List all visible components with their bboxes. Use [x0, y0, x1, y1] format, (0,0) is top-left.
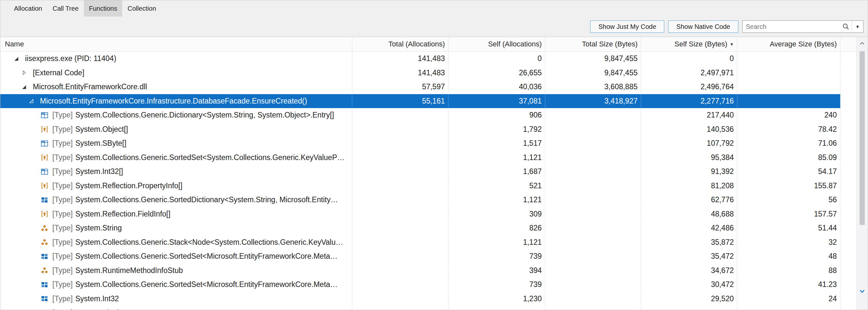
row-filler [840, 66, 856, 80]
total-size-cell: 3,418,927 [545, 94, 641, 108]
table-header: Name Total (Allocations) Self (Allocatio… [0, 37, 856, 51]
total-allocations-cell: 55,161 [352, 94, 448, 108]
self-size-cell: 0 [641, 51, 737, 66]
self-allocations-cell: 1,121 [448, 235, 545, 250]
memory-profiler-functions-view: Allocation Call Tree Functions Collectio… [0, 0, 868, 310]
average-size-cell: 71.06 [737, 136, 840, 150]
table-row[interactable]: [Type] System.Collections.Generic.Sorted… [0, 249, 856, 264]
total-size-cell [545, 165, 641, 179]
row-name: System.String [75, 221, 122, 235]
row-filler [840, 278, 856, 292]
table-row[interactable]: Microsoft.EntityFrameworkCore.Infrastruc… [0, 94, 856, 108]
self-allocations-cell: 1,687 [448, 165, 545, 179]
self-allocations-cell: 1,792 [448, 123, 545, 137]
table-row[interactable]: [Type] System.SByte[] 1,517 107,792 71.0… [0, 136, 856, 150]
column-label: Total (Allocations) [388, 40, 445, 48]
table-row[interactable]: [External Code] 141,483 26,655 9,847,455… [0, 66, 856, 80]
table-row[interactable]: [Type] System.Collections.Generic.Sorted… [0, 278, 856, 292]
name-cell: [Type] System.Collections.Generic.Dictio… [0, 108, 352, 123]
tab-allocation[interactable]: Allocation [9, 0, 48, 16]
expanded-outline-expander-icon[interactable] [26, 96, 36, 106]
average-size-cell: 155.87 [737, 179, 840, 193]
name-cell: iisexpress.exe (PID: 11404) [0, 51, 352, 66]
vertical-scrollbar[interactable] [856, 37, 868, 310]
row-name: System.SByte[] [75, 136, 126, 150]
table-row[interactable]: [Type] System.String 826 42,486 51.44 [0, 221, 856, 235]
table-row[interactable]: [Type] System.Collections.Generic.Sorted… [0, 150, 856, 165]
tab-collection[interactable]: Collection [122, 0, 161, 16]
name-cell: [Type] System.Collections.Generic.Stack<… [0, 235, 352, 250]
table-row[interactable]: Microsoft.EntityFrameworkCore.dll 57,597… [0, 80, 856, 94]
name-cell: [Type] System.Collections.Generic.Sorted… [0, 278, 352, 292]
name-cell: [Type] System.Collections.Generic.Sorted… [0, 193, 352, 207]
row-filler [840, 306, 856, 310]
self-size-cell: 29,520 [641, 292, 737, 306]
scroll-down-button[interactable] [857, 285, 868, 297]
self-size-cell: 140,536 [641, 123, 737, 137]
name-cell: [Type] System.Collections.Generic.Sorted… [0, 249, 352, 264]
table-row[interactable]: [Type] System.Object[] 1,792 140,536 78.… [0, 123, 856, 137]
collapsed-expander-icon[interactable] [19, 68, 29, 77]
column-label: Self (Allocations) [488, 40, 542, 48]
tab-functions[interactable]: Functions [84, 0, 123, 16]
table-row[interactable]: [Type] System.Collections.Generic.Sorted… [0, 193, 856, 207]
total-allocations-cell [352, 235, 448, 250]
table-row[interactable]: [Type] System.Single [0, 306, 856, 310]
search-icon[interactable] [840, 23, 852, 30]
self-allocations-cell: 309 [448, 207, 545, 221]
average-size-cell [737, 66, 840, 80]
column-header-total-size[interactable]: Total Size (Bytes) [545, 37, 641, 51]
table-row[interactable]: [Type] System.Collections.Generic.Dictio… [0, 108, 856, 123]
search-options-button[interactable]: ▼ [852, 21, 863, 32]
column-header-self-size[interactable]: Self Size (Bytes) ▼ [641, 37, 737, 51]
table-row[interactable]: [Type] System.Int32[] 1,687 91,392 54.17 [0, 165, 856, 179]
column-label: Total Size (Bytes) [582, 40, 638, 48]
column-header-total-allocations[interactable]: Total (Allocations) [352, 37, 448, 51]
search-box[interactable]: ▼ [742, 21, 863, 33]
table-row[interactable]: [Type] System.Reflection.FieldInfo[] 309… [0, 207, 856, 221]
column-header-average-size[interactable]: Average Size (Bytes) [737, 37, 840, 51]
table-row[interactable]: [Type] System.Collections.Generic.Stack<… [0, 235, 856, 250]
self-allocations-cell: 0 [448, 51, 545, 66]
average-size-cell [737, 51, 840, 66]
row-name: System.RuntimeMethodInfoStub [75, 264, 183, 278]
total-allocations-cell [352, 179, 448, 193]
column-header-name[interactable]: Name [0, 37, 352, 51]
name-cell: [Type] System.Single [0, 306, 352, 310]
row-name: System.Reflection.FieldInfo[] [75, 207, 170, 221]
average-size-cell: 85.09 [737, 150, 840, 165]
sort-descending-icon: ▼ [730, 42, 734, 47]
total-size-cell: 9,847,455 [545, 51, 641, 66]
average-size-cell: 78.42 [737, 123, 840, 137]
diamonds-orange-icon [41, 238, 49, 246]
tiles-blue-icon [41, 196, 49, 204]
row-name: System.Single [75, 306, 123, 310]
total-allocations-cell: 141,483 [352, 51, 448, 66]
column-label: Name [5, 40, 24, 48]
show-just-my-code-button[interactable]: Show Just My Code [590, 21, 664, 33]
scrollbar-thumb[interactable] [860, 51, 865, 225]
type-prefix: [Type] [52, 108, 73, 123]
column-header-self-allocations[interactable]: Self (Allocations) [448, 37, 545, 51]
search-input[interactable] [743, 21, 840, 32]
table-row[interactable]: [Type] System.Reflection.PropertyInfo[] … [0, 179, 856, 193]
show-native-code-button[interactable]: Show Native Code [668, 21, 738, 33]
table-row[interactable]: [Type] System.Int32 1,230 29,520 24 [0, 292, 856, 306]
tab-call-tree[interactable]: Call Tree [48, 0, 84, 16]
column-label: Average Size (Bytes) [770, 40, 837, 48]
type-prefix: [Type] [52, 179, 73, 193]
table-row[interactable]: iisexpress.exe (PID: 11404) 141,483 0 9,… [0, 51, 856, 66]
average-size-cell: 240 [737, 108, 840, 123]
name-cell: [Type] System.SByte[] [0, 136, 352, 150]
row-filler [840, 94, 856, 108]
expanded-expander-icon[interactable] [19, 82, 29, 92]
type-prefix: [Type] [52, 264, 73, 278]
scroll-up-button[interactable] [857, 38, 868, 49]
total-allocations-cell [352, 249, 448, 264]
row-name: System.Collections.Generic.Dictionary<Sy… [75, 108, 334, 123]
self-size-cell: 2,496,764 [641, 80, 737, 94]
type-prefix: [Type] [52, 150, 73, 165]
type-prefix: [Type] [52, 235, 73, 250]
expanded-expander-icon[interactable] [11, 54, 21, 64]
table-row[interactable]: [Type] System.RuntimeMethodInfoStub 394 … [0, 264, 856, 278]
